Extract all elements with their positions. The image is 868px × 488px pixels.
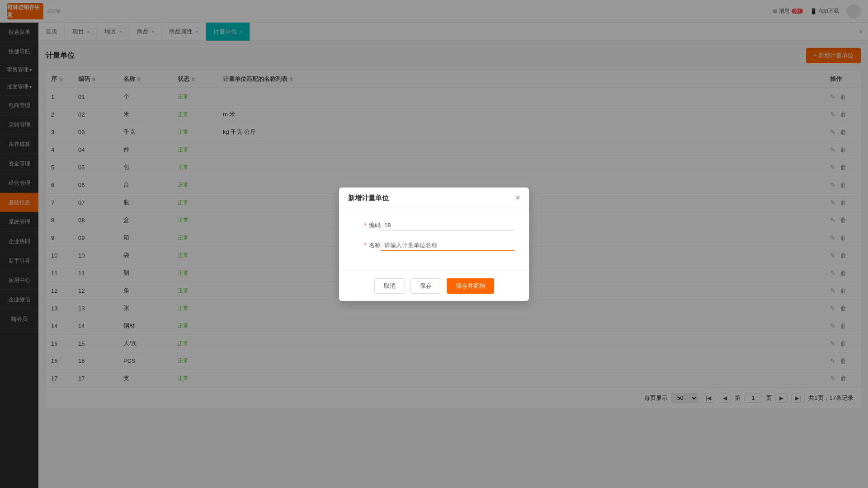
- save-and-new-button[interactable]: 保存并新增: [447, 278, 494, 294]
- modal-add-unit: 新增计量单位 × * 编码 * 名称 取消 保存 保存并新增: [339, 188, 529, 301]
- modal-header: 新增计量单位 ×: [339, 188, 529, 209]
- modal-overlay[interactable]: 新增计量单位 × * 编码 * 名称 取消 保存 保存并新增: [0, 0, 868, 488]
- name-label: * 名称: [354, 241, 381, 249]
- save-button[interactable]: 保存: [410, 278, 441, 294]
- form-row-code: * 编码: [354, 220, 514, 231]
- modal-body: * 编码 * 名称: [339, 209, 529, 271]
- required-mark-name: *: [364, 242, 366, 249]
- code-input[interactable]: [381, 220, 514, 231]
- cancel-button[interactable]: 取消: [374, 278, 405, 294]
- form-row-name: * 名称: [354, 240, 514, 251]
- required-mark: *: [364, 222, 366, 229]
- name-input[interactable]: [381, 240, 514, 251]
- modal-footer: 取消 保存 保存并新增: [339, 271, 529, 301]
- code-label: * 编码: [354, 221, 381, 230]
- modal-title: 新增计量单位: [348, 194, 389, 202]
- modal-close-btn[interactable]: ×: [516, 194, 520, 202]
